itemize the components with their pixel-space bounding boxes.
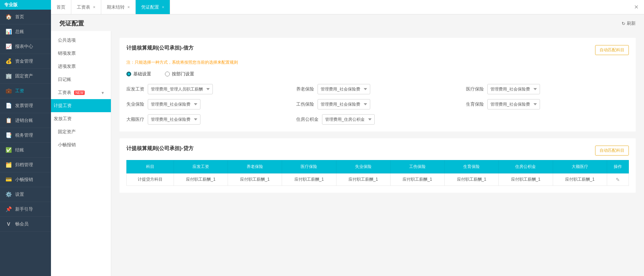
select-dale[interactable]: 管理费用_社会保险费 [148,114,200,125]
sidebar-item-salary-label: 工资 [15,88,24,94]
xiaochang-icon: 💳 [6,177,12,183]
select-wrapper-yingfa: 管理费用_管理人员职工薪酬 [148,84,289,94]
select-shiye[interactable]: 管理费用_社会保险费 [148,99,200,109]
th-yingfa: 应发工资 [174,160,228,173]
select-wrapper-gongshang: 管理费用_社会保险费 [318,99,459,109]
th-shiye: 失业保险 [336,160,390,173]
left-nav-payroll-table[interactable]: 工资表 NEW ▾ [51,86,111,99]
select-shengyu[interactable]: 管理费用_社会保险费 [487,99,540,109]
select-wrapper-yiliao: 管理费用_社会保险费 [487,84,629,94]
debit-section: 计提核算规则(公司承担)-借方 自动匹配科目 注：只能选择一种方式，系统将按照您… [120,38,636,131]
refresh-button[interactable]: ↻ 刷新 [622,20,636,26]
sidebar-item-home[interactable]: 🏠 首页 [0,10,51,24]
assets-icon: 🏢 [6,73,12,79]
form-item-shiye: 失业保险 管理费用_社会保险费 [126,99,289,109]
tab-payroll-close[interactable]: × [93,5,95,10]
tab-voucher-close[interactable]: × [162,5,164,10]
debit-section-title: 计提核算规则(公司承担)-借方 [126,45,194,51]
debit-form-row3: 大额医疗 管理费用_社会保险费 住房公积金 管理费用_住房公积金 [126,114,629,125]
label-shiye: 失业保险 [126,101,144,107]
debit-auto-match-button[interactable]: 自动匹配科目 [595,45,629,55]
radio-basic-input[interactable] [126,72,131,76]
refresh-icon: ↻ [622,21,625,26]
select-gongjijin[interactable]: 管理费用_住房公积金 [322,114,375,125]
label-yingfa: 应发工资 [126,86,144,92]
tab-period-close[interactable]: × [127,5,130,10]
radio-dept[interactable]: 按部门设置 [165,71,194,77]
tab-period-label: 期末结转 [107,4,125,10]
tab-payroll[interactable]: 工资表 × [71,0,101,14]
debit-section-header: 计提核算规则(公司承担)-借方 自动匹配科目 [126,45,629,55]
tab-period[interactable]: 期末结转 × [101,0,136,14]
sidebar-item-settings-label: 设置 [15,191,24,198]
select-wrapper-shengyu: 管理费用_社会保险费 [487,99,629,109]
sidebar-item-xiaochang[interactable]: 💳 小畅报销 [0,172,51,187]
debit-form-row2: 失业保险 管理费用_社会保险费 工伤保险 管理费用_社会保险费 [126,99,629,109]
tab-home-label: 首页 [56,4,65,10]
select-yiliao[interactable]: 管理费用_社会保险费 [487,84,540,94]
sidebar: 专业版 🏠 首页 📊 总账 📈 报表中心 💰 资金管理 🏢 固定资产 💼 工资 … [0,0,51,276]
sidebar-item-settings[interactable]: ⚙️ 设置 [0,187,51,202]
left-nav-journal[interactable]: 日记账 [51,73,111,86]
left-nav-cancel-invoice[interactable]: 销项发票 [51,47,111,60]
left-nav-calc-salary[interactable]: 计提工资 [51,99,111,112]
sidebar-item-trade[interactable]: 📋 进销台账 [0,113,51,128]
sidebar-item-vip-label: 畅会员 [15,221,29,227]
table-row: 计提贷方科目 应付职工薪酬_1 应付职工薪酬_1 应付职工薪酬_1 应付职工薪酬… [127,173,629,186]
label-gongjijin: 住房公积金 [296,116,319,123]
td-shiye: 应付职工薪酬_1 [336,173,390,186]
vip-icon: V [6,221,12,227]
main-area: 首页 工资表 × 期末结转 × 凭证配置 × ✕ 凭证配置 ↻ 刷新 公共选项 [51,0,644,276]
left-nav-fixed-assets[interactable]: 固定资产 [51,125,111,138]
sidebar-item-funds[interactable]: 💰 资金管理 [0,54,51,69]
edit-icon[interactable]: ✎ [616,177,620,182]
invoice-icon: 📄 [6,103,12,109]
form-item-yiliao: 医疗保险 管理费用_社会保险费 [466,84,629,94]
label-shengyu: 生育保险 [466,101,484,107]
sidebar-item-reports[interactable]: 📈 报表中心 [0,39,51,54]
label-dale: 大额医疗 [126,116,144,123]
sidebar-item-reports-label: 报表中心 [15,43,33,50]
td-yingfa: 应付职工薪酬_1 [174,173,228,186]
sidebar-item-archive[interactable]: 🗂️ 归档管理 [0,158,51,172]
td-shengyu: 应付职工薪酬_1 [445,173,499,186]
credit-auto-match-button[interactable]: 自动匹配科目 [595,146,629,156]
sidebar-item-ledger-label: 总账 [15,29,24,35]
form-item-shengyu: 生育保险 管理费用_社会保险费 [466,99,629,109]
td-yanglao: 应付职工薪酬_1 [228,173,282,186]
left-nav-issue-salary[interactable]: 发放工资 [51,112,111,125]
th-action: 操作 [607,160,629,173]
credit-section: 计提核算规则(公司承担)-贷方 自动匹配科目 科目 应发工资 养老保险 医疗保险… [120,138,636,193]
left-nav-xiaochang-expense[interactable]: 小畅报销 [51,138,111,151]
radio-dept-input[interactable] [165,72,170,76]
sidebar-item-tax[interactable]: 📑 税务管理 [0,128,51,143]
radio-basic[interactable]: 基础设置 [126,71,151,77]
sidebar-item-assets[interactable]: 🏢 固定资产 [0,69,51,84]
topbar: 首页 工资表 × 期末结转 × 凭证配置 × ✕ [51,0,644,14]
table-header-row: 科目 应发工资 养老保险 医疗保险 失业保险 工伤保险 生育保险 住房公积金 大… [127,160,629,173]
refresh-label: 刷新 [627,20,636,26]
credit-table: 科目 应发工资 养老保险 医疗保险 失业保险 工伤保险 生育保险 住房公积金 大… [126,160,629,186]
sidebar-item-invoice-label: 发票管理 [15,103,33,109]
th-dale: 大额医疗 [553,160,607,173]
select-yanglao[interactable]: 管理费用_社会保险费 [318,84,370,94]
sidebar-item-salary[interactable]: 💼 工资 [0,84,51,98]
sidebar-item-guide[interactable]: 📌 新手引导 [0,202,51,217]
debit-section-note: 注：只能选择一种方式，系统将按照您当前的选择来配置规则 [126,60,629,65]
sidebar-item-settle[interactable]: ✅ 结账 [0,143,51,158]
select-gongshang[interactable]: 管理费用_社会保险费 [318,99,370,109]
home-icon: 🏠 [6,14,12,20]
sidebar-item-ledger[interactable]: 📊 总账 [0,24,51,39]
window-close-button[interactable]: ✕ [629,0,644,14]
left-nav-input-invoice[interactable]: 进项发票 [51,60,111,73]
select-yingfa[interactable]: 管理费用_管理人员职工薪酬 [148,84,213,94]
sidebar-item-vip[interactable]: V 畅会员 [0,217,51,232]
app-title: 专业版 [0,0,51,10]
td-action[interactable]: ✎ [607,173,629,186]
left-nav-public[interactable]: 公共选项 [51,34,111,47]
salary-icon: 💼 [6,88,12,94]
sidebar-item-invoice[interactable]: 📄 发票管理 [0,98,51,113]
tab-home[interactable]: 首页 [51,0,71,14]
reports-icon: 📈 [6,43,12,50]
tab-voucher[interactable]: 凭证配置 × [136,0,170,14]
